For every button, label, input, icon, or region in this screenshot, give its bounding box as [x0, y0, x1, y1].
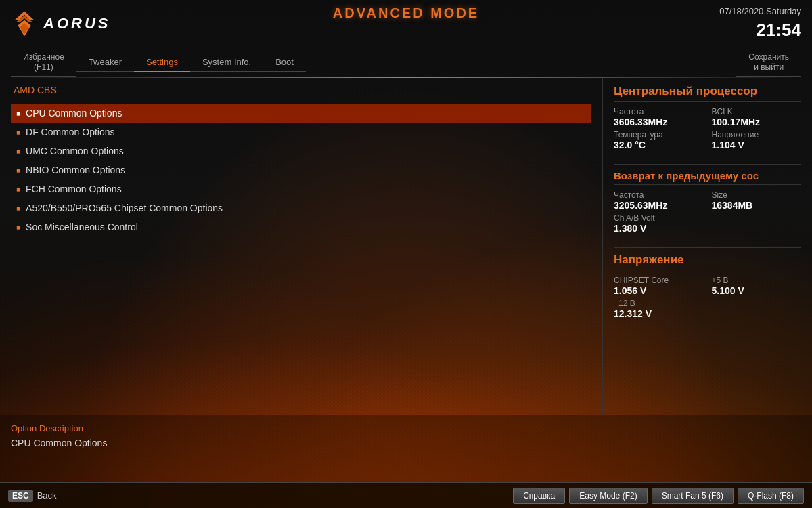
help-button[interactable]: Справка	[513, 488, 565, 504]
ch-volt-value: 1.380 V	[614, 223, 704, 234]
bclk-value: 100.17MHz	[712, 117, 802, 127]
cpu-freq-row: Частота 3606.33MHz	[614, 107, 704, 127]
divider-1	[614, 164, 801, 165]
plus12v-value: 12.312 V	[614, 308, 704, 319]
cpu-volt-row: Напряжение 1.104 V	[712, 130, 802, 150]
datetime: 07/18/2020 Saturday 21:54	[719, 5, 801, 43]
menu-item-label: UMC Common Options	[26, 146, 124, 156]
right-panel: Центральный процессор Частота 3606.33MHz…	[602, 78, 812, 415]
cpu-temp-label: Температура	[614, 130, 704, 140]
left-panel: AMD CBS ■ CPU Common Options ■ DF Common…	[0, 78, 602, 415]
menu-item-df-common[interactable]: ■ DF Common Options	[11, 123, 602, 142]
header-divider	[11, 77, 801, 78]
bullet-icon: ■	[16, 129, 20, 136]
menu-item-fch-common[interactable]: ■ FCH Common Options	[11, 179, 602, 198]
voltage-section-title: Напряжение	[614, 253, 801, 270]
cpu-volt-label: Напряжение	[712, 130, 802, 140]
tab-save-exit[interactable]: Сохранить и выйти	[736, 48, 801, 77]
chipset-core-value: 1.056 V	[614, 285, 704, 296]
cpu-temp-value: 32.0 °C	[614, 140, 704, 150]
nav-tabs: Избранное (F11) Tweaker Settings System …	[0, 49, 812, 77]
bullet-icon: ■	[16, 224, 20, 231]
tab-tweaker[interactable]: Tweaker	[76, 53, 134, 72]
menu-item-label: Soc Miscellaneous Control	[26, 221, 138, 232]
cpu-temp-row: Температура 32.0 °C	[614, 130, 704, 150]
menu-item-nbio-common[interactable]: ■ NBIO Common Options	[11, 161, 602, 179]
bullet-icon: ■	[16, 148, 20, 155]
menu-item-label: FCH Common Options	[26, 184, 122, 194]
plus5v-row: +5 В 5.100 V	[712, 276, 802, 296]
bullet-icon: ■	[16, 205, 20, 212]
cpu-volt-value: 1.104 V	[712, 140, 802, 150]
menu-item-cpu-common[interactable]: ■ CPU Common Options	[11, 104, 591, 123]
cpu-info-section: Центральный процессор Частота 3606.33MHz…	[614, 85, 801, 150]
date-display: 07/18/2020 Saturday	[719, 6, 801, 16]
cpu-section-title: Центральный процессор	[614, 85, 801, 102]
description-title: Option Description	[11, 423, 801, 433]
cpu-freq-label: Частота	[614, 107, 704, 117]
menu-list: ■ CPU Common Options ■ DF Common Options…	[11, 104, 602, 236]
menu-item-label: NBIO Common Options	[26, 165, 125, 175]
breadcrumb: AMD CBS	[11, 85, 602, 96]
bullet-icon: ■	[16, 110, 20, 117]
logo-area: AORUS	[11, 10, 110, 37]
mem-size-label: Size	[712, 190, 802, 200]
mem-freq-row: Частота 3205.63MHz	[614, 190, 704, 211]
bullet-icon: ■	[16, 167, 20, 174]
logo-text: AORUS	[43, 15, 110, 33]
tab-boot[interactable]: Boot	[263, 53, 306, 72]
tab-sysinfo[interactable]: System Info.	[190, 53, 263, 72]
chipset-core-label: CHIPSET Core	[614, 276, 704, 285]
menu-item-a520-chipset[interactable]: ■ A520/B550/PRO565 Chipset Common Option…	[11, 198, 602, 217]
esc-hint: ESC Back	[8, 490, 57, 502]
bclk-row: BCLK 100.17MHz	[712, 107, 802, 127]
voltage-info-section: Напряжение CHIPSET Core 1.056 V +5 В 5.1…	[614, 253, 801, 319]
header: AORUS ADVANCED MODE 07/18/2020 Saturday …	[0, 0, 812, 78]
smart-fan-button[interactable]: Smart Fan 5 (F6)	[652, 488, 734, 504]
toolbar-buttons: Справка Easy Mode (F2) Smart Fan 5 (F6) …	[513, 488, 804, 504]
page-title: ADVANCED MODE	[333, 5, 479, 21]
bclk-label: BCLK	[712, 107, 802, 117]
tab-favorites[interactable]: Избранное (F11)	[11, 48, 76, 77]
mem-freq-label: Частота	[614, 190, 704, 200]
ch-volt-row: Ch A/B Volt 1.380 V	[614, 213, 704, 234]
menu-item-umc-common[interactable]: ■ UMC Common Options	[11, 142, 602, 161]
aorus-logo-icon	[11, 10, 38, 37]
bottom-toolbar: ESC Back Справка Easy Mode (F2) Smart Fa…	[0, 482, 812, 508]
mem-freq-value: 3205.63MHz	[614, 200, 704, 211]
ch-volt-label: Ch A/B Volt	[614, 213, 704, 223]
menu-item-label: A520/B550/PRO565 Chipset Common Options	[26, 203, 223, 213]
mem-size-value: 16384MB	[712, 200, 802, 211]
time-display: 21:54	[719, 18, 801, 42]
plus12v-label: +12 В	[614, 299, 704, 308]
tab-settings[interactable]: Settings	[134, 53, 190, 72]
cpu-freq-value: 3606.33MHz	[614, 117, 704, 127]
menu-item-label: DF Common Options	[26, 127, 114, 137]
menu-item-label: CPU Common Options	[26, 108, 122, 119]
description-text: CPU Common Options	[11, 438, 801, 448]
mem-size-row: Size 16384MB	[712, 190, 802, 211]
easy-mode-button[interactable]: Easy Mode (F2)	[569, 488, 647, 504]
memory-section-title: Возврат к предыдущему сос	[614, 170, 801, 185]
qflash-button[interactable]: Q-Flash (F8)	[738, 488, 804, 504]
memory-info-section: Возврат к предыдущему сос Частота 3205.6…	[614, 170, 801, 234]
plus5v-value: 5.100 V	[712, 285, 802, 296]
chipset-core-row: CHIPSET Core 1.056 V	[614, 276, 704, 296]
divider-2	[614, 247, 801, 248]
plus5v-label: +5 В	[712, 276, 802, 285]
esc-key[interactable]: ESC	[8, 490, 33, 502]
description-area: Option Description CPU Common Options	[0, 415, 812, 482]
back-label: Back	[37, 490, 57, 501]
bullet-icon: ■	[16, 186, 20, 193]
content-area: AMD CBS ■ CPU Common Options ■ DF Common…	[0, 78, 812, 415]
plus12v-row: +12 В 12.312 V	[614, 299, 704, 319]
menu-item-soc-misc[interactable]: ■ Soc Miscellaneous Control	[11, 217, 602, 236]
